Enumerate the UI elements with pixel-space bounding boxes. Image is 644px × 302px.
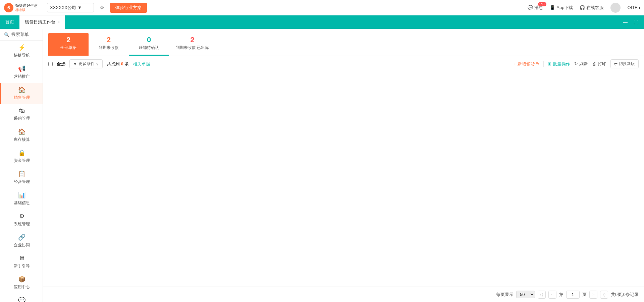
print-icon: 🖨	[592, 61, 596, 66]
per-page-select[interactable]: 20 50 100 200	[516, 291, 535, 298]
app-center-icon: 📦	[18, 276, 25, 283]
sidebar-search[interactable]: 🔍 搜索菜单	[0, 29, 43, 41]
batch-icon: ⊞	[548, 61, 551, 66]
online-service-button[interactable]: 🎧 在线客服	[580, 5, 604, 11]
tab-controls: — ⛶	[621, 18, 644, 26]
stat-num-wangpu: 0	[136, 36, 162, 44]
main-layout: 🔍 搜索菜单 ⚡ 快捷导航 📢 营销推广 🏠 销售管理 🛍 采购管理 🏠 库存核…	[0, 29, 644, 302]
stat-tab-wangpu[interactable]: 0 旺铺待确认	[129, 33, 169, 56]
sidebar-item-sales[interactable]: 🏠 销售管理	[0, 83, 43, 104]
quick-nav-icon: ⚡	[18, 44, 25, 51]
avatar[interactable]	[610, 3, 621, 13]
pagination-bar: 每页显示 20 50 100 200 ⟨⟨ ＜ 第 页 ＞ ⟩⟩ 共0页,0条记…	[43, 287, 644, 302]
system-icon: ⚙	[19, 213, 24, 220]
sales-icon: 🏠	[18, 86, 25, 94]
filter-button[interactable]: ▼ 更多条件 ∨	[69, 59, 103, 68]
select-all-label: 全选	[57, 61, 65, 67]
switch-version-button[interactable]: ⇄ 切换新版	[610, 59, 639, 68]
tab-bar: 首页 钱货日清工作台 × — ⛶	[0, 15, 644, 29]
headset-icon: 🎧	[580, 5, 585, 10]
message-badge: 99+	[538, 2, 546, 6]
sidebar-item-finance[interactable]: 🔒 资金管理	[0, 146, 43, 167]
avatar-name: OfTEn	[627, 5, 640, 10]
stat-label-shipped: 到期未收款 已出库	[176, 45, 209, 51]
logo-icon: 6	[4, 3, 13, 12]
finance-icon: 🔒	[18, 149, 25, 157]
stat-tab-all[interactable]: 2 全部单据	[48, 33, 89, 56]
sidebar-item-system[interactable]: ⚙ 系统管理	[0, 209, 43, 230]
stat-label-all: 全部单据	[55, 45, 82, 51]
tab-close-icon[interactable]: ×	[57, 20, 60, 24]
tab-maximize-button[interactable]: ⛶	[632, 18, 640, 26]
stat-tab-shipped[interactable]: 2 到期未收款 已出库	[169, 33, 216, 56]
first-page-button[interactable]: ⟨⟨	[538, 291, 546, 299]
last-page-button[interactable]: ⟩⟩	[600, 291, 608, 299]
sidebar-item-marketing[interactable]: 📢 营销推广	[0, 62, 43, 83]
sidebar-item-wechat[interactable]: 💬 企业微信	[0, 293, 43, 302]
batch-operation-button[interactable]: ⊞ 批量操作	[548, 61, 570, 67]
dropdown-arrow-icon: ▼	[77, 5, 82, 10]
sidebar-item-app-center[interactable]: 📦 应用中心	[0, 272, 43, 293]
total-label: 共0页,0条记录	[611, 292, 639, 298]
plus-icon: +	[514, 61, 516, 66]
experience-button[interactable]: 体验行业方案	[110, 3, 147, 13]
stat-tab-overdue[interactable]: 2 到期未收款	[89, 33, 129, 56]
per-page-label: 每页显示	[496, 292, 514, 298]
next-page-button[interactable]: ＞	[589, 291, 597, 299]
operations-icon: 📋	[18, 170, 25, 178]
logo-text: 畅捷通好生意 标准版	[15, 3, 38, 12]
stats-tabs-row: 2 全部单据 2 到期未收款 0 旺铺待确认 2 到期未收款 已出库	[48, 33, 639, 56]
top-header: 6 畅捷通好生意 标准版 XXXXXX公司 ▼ ⚙ 体验行业方案 💬 消息 99…	[0, 0, 644, 15]
refresh-icon: ↻	[574, 61, 578, 66]
marketing-icon: 📢	[18, 65, 25, 72]
header-right: 💬 消息 99+ 📱 App下载 🎧 在线客服 OfTEn	[528, 3, 640, 13]
switch-icon: ⇄	[614, 62, 618, 66]
stat-num-shipped: 2	[176, 36, 209, 44]
sidebar-item-quick-nav[interactable]: ⚡ 快捷导航	[0, 41, 43, 62]
settings-button[interactable]: ⚙	[97, 2, 107, 13]
found-text: 共找到 0 条	[107, 61, 129, 67]
page-number-input[interactable]	[566, 291, 580, 299]
filter-icon: ▼	[73, 62, 77, 66]
tab-minimize-button[interactable]: —	[621, 18, 629, 26]
content-area: 2 全部单据 2 到期未收款 0 旺铺待确认 2 到期未收款 已出库	[43, 29, 644, 302]
sidebar-item-inventory[interactable]: 🏠 库存核算	[0, 125, 43, 146]
inventory-icon: 🏠	[18, 128, 25, 135]
message-icon: 💬	[528, 5, 533, 10]
stats-tabs: 2 全部单据 2 到期未收款 0 旺铺待确认 2 到期未收款 已出库	[43, 29, 644, 56]
sidebar-item-operations[interactable]: 📋 经营管理	[0, 167, 43, 188]
gear-icon: ⚙	[100, 4, 104, 11]
page-label: 第	[559, 292, 564, 298]
search-icon: 🔍	[4, 32, 9, 37]
logo-area: 6 畅捷通好生意 标准版	[4, 3, 47, 12]
basic-info-icon: 📊	[18, 191, 25, 199]
message-button[interactable]: 💬 消息 99+	[528, 5, 543, 11]
sidebar-item-basic-info[interactable]: 📊 基础信息	[0, 188, 43, 209]
refresh-button[interactable]: ↻ 刷新	[574, 61, 588, 67]
sidebar-item-enterprise[interactable]: 🔗 企业协同	[0, 230, 43, 251]
page-suffix: 页	[582, 292, 587, 298]
select-all-checkbox[interactable]	[48, 62, 53, 66]
enterprise-icon: 🔗	[18, 234, 25, 241]
table-area	[43, 72, 644, 287]
guide-icon: 🖥	[19, 255, 25, 262]
related-link[interactable]: 相关单据	[133, 61, 150, 67]
sidebar-item-purchase[interactable]: 🛍 采购管理	[0, 104, 43, 125]
toolbar: 全选 ▼ 更多条件 ∨ 共找到 0 条 相关单据 + 新增销货单 ⊞	[43, 56, 644, 72]
stat-label-wangpu: 旺铺待确认	[136, 45, 162, 51]
found-count: 0	[121, 61, 123, 66]
app-download-button[interactable]: 📱 App下载	[550, 5, 573, 11]
toolbar-right: + 新增销货单 ⊞ 批量操作 ↻ 刷新 🖨 打印 ⇄ 切	[514, 59, 639, 68]
chevron-down-icon: ∨	[96, 62, 99, 66]
tab-qhrc[interactable]: 钱货日清工作台 ×	[19, 15, 65, 29]
company-selector[interactable]: XXXXXX公司 ▼	[47, 3, 94, 12]
sidebar-item-guide[interactable]: 🖥 新手引导	[0, 251, 43, 272]
tab-home[interactable]: 首页	[0, 15, 19, 29]
add-order-button[interactable]: + 新增销货单	[514, 61, 539, 67]
prev-page-button[interactable]: ＜	[548, 291, 556, 299]
divider	[543, 61, 544, 67]
stat-num-overdue: 2	[95, 36, 122, 44]
phone-icon: 📱	[550, 5, 555, 10]
purchase-icon: 🛍	[19, 107, 25, 114]
print-button[interactable]: 🖨 打印	[592, 61, 606, 67]
